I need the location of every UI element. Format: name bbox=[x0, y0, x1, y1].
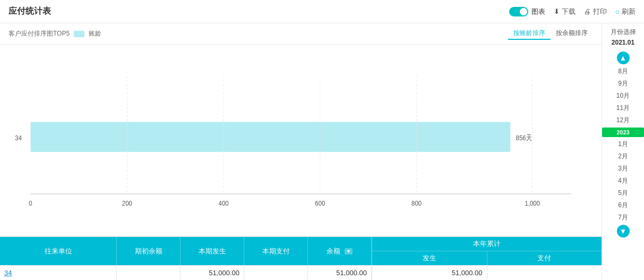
chart-sort-buttons: 按账龄排序 按余额排序 bbox=[508, 28, 593, 40]
th-ytd-subheader: 发生 支付 bbox=[372, 251, 602, 265]
td-balance: 51,000.00 bbox=[308, 266, 372, 280]
sidebar-month-5[interactable]: 5月 bbox=[602, 187, 644, 199]
print-button[interactable]: 🖨 打印 bbox=[584, 7, 607, 16]
sidebar-month-4[interactable]: 4月 bbox=[602, 175, 644, 187]
th-ytd-pay: 支付 bbox=[487, 251, 602, 265]
unit-link[interactable]: 34 bbox=[4, 269, 12, 277]
sidebar-month-6[interactable]: 6月 bbox=[602, 199, 644, 211]
toggle-label: 图表 bbox=[531, 7, 545, 16]
td-current-occur: 51,000.00 bbox=[181, 266, 244, 280]
legend-text: 客户应付排序图TOP5 bbox=[8, 29, 70, 38]
th-opening: 期初余额 bbox=[117, 237, 181, 265]
svg-text:1,000: 1,000 bbox=[525, 199, 540, 207]
sort-by-amount-button[interactable]: 按账龄排序 bbox=[508, 28, 551, 40]
refresh-icon: ○ bbox=[615, 7, 620, 16]
legend-box-label: 账龄 bbox=[89, 29, 101, 38]
refresh-button[interactable]: ○ 刷新 bbox=[615, 7, 636, 16]
td-current-pay bbox=[244, 266, 308, 280]
header-actions: 图表 ⬇ 下载 🖨 打印 ○ 刷新 bbox=[509, 7, 636, 16]
chart-legend: 客户应付排序图TOP5 账龄 bbox=[8, 29, 101, 38]
svg-text:34: 34 bbox=[15, 134, 22, 142]
th-current-pay: 本期支付 bbox=[244, 237, 308, 265]
sidebar-month-3[interactable]: 3月 bbox=[602, 163, 644, 175]
th-ytd-label: 本年累计 bbox=[372, 237, 602, 251]
sidebar-up-button[interactable]: ▲ bbox=[617, 52, 630, 64]
header: 应付统计表 图表 ⬇ 下载 🖨 打印 ○ 刷新 bbox=[0, 0, 644, 23]
legend-box bbox=[74, 31, 84, 37]
th-balance: 余额 ▼ bbox=[308, 237, 372, 265]
svg-text:600: 600 bbox=[315, 199, 325, 207]
svg-text:200: 200 bbox=[122, 199, 132, 207]
sidebar-month-8[interactable]: 8月 bbox=[602, 65, 644, 78]
chart-wrapper: 34 856天 0 200 400 600 800 1,000 bbox=[0, 45, 602, 236]
sidebar-title: 月份选择 bbox=[611, 28, 636, 37]
sidebar-month-7[interactable]: 7月 bbox=[602, 211, 644, 224]
toggle-switch[interactable] bbox=[509, 7, 528, 16]
page-title: 应付统计表 bbox=[8, 6, 51, 17]
svg-rect-1 bbox=[31, 122, 511, 152]
sidebar-down-button[interactable]: ▼ bbox=[617, 225, 630, 237]
chart-toggle[interactable]: 图表 bbox=[509, 7, 545, 16]
sidebar-current-date: 2021.01 bbox=[612, 39, 634, 46]
sidebar-year-2023[interactable]: 2023 bbox=[602, 128, 644, 137]
balance-sort-icon: ▼ bbox=[345, 248, 353, 254]
main-content: 客户应付排序图TOP5 账龄 按账龄排序 按余额排序 34 856天 bbox=[0, 23, 644, 280]
sidebar-month-2[interactable]: 2月 bbox=[602, 150, 644, 163]
download-icon: ⬇ bbox=[554, 7, 560, 15]
td-unit: 34 bbox=[0, 266, 117, 280]
chevron-up-icon: ▲ bbox=[620, 54, 627, 62]
td-ytd-occur: 51,000.00 bbox=[372, 266, 487, 280]
table-row: 34 51,000.00 51,000.00 51,000.00 bbox=[0, 265, 602, 280]
svg-text:0: 0 bbox=[29, 199, 32, 207]
sidebar-month-12[interactable]: 12月 bbox=[602, 114, 644, 126]
sidebar-month-9[interactable]: 9月 bbox=[602, 78, 644, 90]
download-button[interactable]: ⬇ 下载 bbox=[554, 7, 576, 16]
th-current-occur: 本期发生 bbox=[181, 237, 244, 265]
th-ytd-group: 本年累计 发生 支付 bbox=[372, 237, 602, 265]
chevron-down-icon: ▼ bbox=[620, 227, 627, 235]
th-ytd-occur: 发生 bbox=[372, 251, 487, 265]
td-ytd-pay bbox=[487, 266, 602, 280]
th-unit: 往来单位 bbox=[0, 237, 117, 265]
svg-text:856天: 856天 bbox=[516, 134, 533, 142]
sidebar-month-11[interactable]: 11月 bbox=[602, 102, 644, 114]
chart-header: 客户应付排序图TOP5 账龄 按账龄排序 按余额排序 bbox=[0, 23, 602, 45]
chart-area: 客户应付排序图TOP5 账龄 按账龄排序 按余额排序 34 856天 bbox=[0, 23, 602, 280]
table-header: 往来单位 期初余额 本期发生 本期支付 余额 ▼ 本年累计 发生 支付 bbox=[0, 237, 602, 265]
table-area: 往来单位 期初余额 本期发生 本期支付 余额 ▼ 本年累计 发生 支付 bbox=[0, 236, 602, 280]
svg-text:400: 400 bbox=[219, 199, 229, 207]
sort-by-balance-button[interactable]: 按余额排序 bbox=[551, 28, 593, 40]
sidebar-month-1[interactable]: 1月 bbox=[602, 138, 644, 150]
print-icon: 🖨 bbox=[584, 7, 591, 15]
sidebar-month-10[interactable]: 10月 bbox=[602, 90, 644, 102]
svg-text:800: 800 bbox=[411, 199, 422, 207]
chart-svg: 34 856天 0 200 400 600 800 1,000 bbox=[8, 50, 593, 220]
month-sidebar: 月份选择 2021.01 ▲ 8月 9月 10月 11月 12月 2023 1月… bbox=[602, 23, 644, 280]
td-opening bbox=[117, 266, 181, 280]
td-ytd-group: 51,000.00 bbox=[372, 266, 602, 280]
